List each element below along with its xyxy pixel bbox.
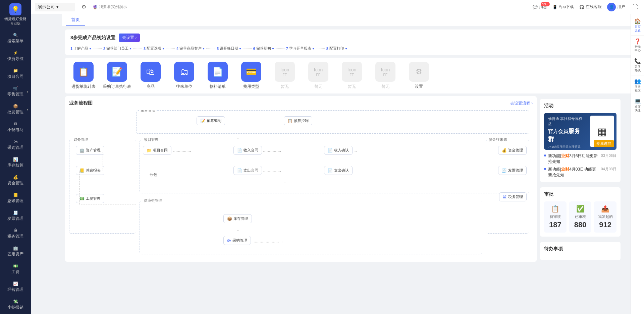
maximize-button[interactable]: ⛶ — [631, 2, 640, 12]
ledger-nav-label: 总账管理 — [7, 198, 23, 204]
sidebar-item-payroll[interactable]: 💵 工资 — [0, 260, 31, 278]
setup-step-4[interactable]: 4 完善商品客户 ● — [176, 46, 205, 51]
gongzi-label: 工资管理 — [86, 196, 101, 201]
yusuan-zhi-node[interactable]: 📝 预算编制 — [197, 116, 225, 125]
sidebar-item-expense[interactable]: 💸 小畅报销 — [0, 296, 31, 314]
tab-home[interactable]: 首页 — [66, 14, 85, 26]
sidebar-item-project[interactable]: 📁 项目合同 — [0, 65, 31, 83]
app-download-button[interactable]: 📱 App下载 — [552, 4, 574, 10]
flow-settings-link[interactable]: 去设置流程 › — [510, 101, 533, 106]
online-service-button[interactable]: 🎧 在线客服 — [579, 4, 602, 10]
fapiao-node[interactable]: 🧾 发票管理 — [498, 166, 527, 175]
flow-section: 业务流程图 去设置流程 › 预算管理 📝 预算编制 — [65, 96, 537, 262]
zijin-label: 资金管理 — [508, 148, 523, 153]
inventory-nav-label: 库存核算 — [7, 163, 23, 168]
arrow-left-1: ← — [93, 169, 97, 174]
quick-icon-shangpin[interactable]: 🛍 商品 — [136, 62, 166, 89]
setup-step-7[interactable]: 7 学习开单报表 ● — [286, 46, 314, 51]
setup-title-text: 8步完成产品初始设置 — [70, 35, 115, 41]
news-date-1: 03月06日 — [601, 153, 616, 158]
caigou-flow-label: 采购管理 — [232, 238, 247, 243]
quick-icon-feiyong[interactable]: 💳 费用类型 — [236, 62, 266, 89]
quick-icon-jinhuodan[interactable]: 📋 进货单统计表 — [68, 62, 99, 89]
right-fixed-help[interactable]: ❓ 帮助中心 — [631, 36, 644, 56]
approval-card-mine[interactable]: 📤 我发起的 912 — [594, 201, 616, 233]
shuiwu-node[interactable]: 🏛 税务管理 — [499, 192, 527, 201]
banner-join-button[interactable]: 专属进群 — [594, 140, 614, 147]
zongzhang-node[interactable]: 📒 总账报表 — [76, 166, 104, 175]
pending-label: 待审核 — [547, 214, 564, 219]
shouru-he-node[interactable]: 📄 收入合同 — [233, 146, 262, 155]
quick-icon-zanwu3[interactable]: Icon FE 暂无 — [337, 62, 367, 89]
setup-step-1[interactable]: 1 了解产品 ● — [70, 46, 91, 51]
budget-group: 预算管理 — [136, 110, 529, 134]
setup-goto-button[interactable]: 去设置 › — [119, 34, 140, 42]
project-group-label: 项目管理 — [143, 137, 160, 142]
sidebar-item-inventory[interactable]: 📊 库存核算 — [0, 154, 31, 172]
sidebar-item-ecommerce[interactable]: 🖥 小畅电商 — [0, 118, 31, 136]
setup-step-5[interactable]: 5 设开账日期 ● — [217, 46, 241, 51]
topbar-settings-button[interactable]: ⚙ — [79, 2, 89, 12]
approval-cards: 📋 待审核 187 ✅ 已审核 880 📤 我发起的 912 — [544, 201, 616, 233]
wholesale-nav-label: 批发管理 — [7, 109, 23, 115]
setup-step-8[interactable]: 8 配置打印 ● — [326, 46, 347, 51]
quick-icon-wanglai[interactable]: 🗂 往来单位 — [169, 62, 199, 89]
shouru-que-node[interactable]: 📄 收入确认 — [324, 146, 353, 155]
messages-badge: 99+ — [541, 2, 550, 6]
step3-check-icon: ● — [162, 47, 164, 50]
demo-link[interactable]: 🔮 我要看实例演示 — [93, 4, 127, 10]
sidebar-item-invoice[interactable]: 🧾 发票管理 — [0, 207, 31, 225]
todo-title: 待办事项 — [544, 246, 563, 252]
right-fixed-community[interactable]: 👥 服务社区 — [631, 75, 644, 96]
sidebar-item-purchase[interactable]: 🛍 采购管理 — [0, 136, 31, 154]
quick-icon-caigou[interactable]: 📝 采购订单执行表 — [102, 62, 132, 89]
pending-icon: 📋 — [547, 205, 564, 213]
app-download-label: App下载 — [559, 4, 574, 10]
right-fixed-home[interactable]: 🏠 首页设置 — [631, 15, 644, 36]
caigou-node[interactable]: 🛍 采购管理 — [223, 236, 251, 245]
user-avatar[interactable]: 👤 用户 — [607, 3, 625, 11]
fenbao-label: 分包 — [150, 172, 157, 177]
yusuan-kong-node[interactable]: 📋 预算控制 — [284, 116, 312, 125]
kucun-node[interactable]: 📦 库存管理 — [223, 214, 252, 223]
yusuan-kong-icon: 📋 — [287, 119, 292, 123]
right-fixed-service[interactable]: 📞 客服热线 — [631, 55, 644, 75]
xiangmu-node[interactable]: 📁 项目合同 — [143, 146, 171, 155]
topbar-right: 💬 消息 99+ 📱 App下载 🎧 在线客服 👤 用户 ⛶ — [533, 2, 640, 12]
quick-icon-zanwu2[interactable]: Icon FE 暂无 — [303, 62, 333, 89]
wanglai-icon-box: 🗂 — [174, 62, 194, 82]
quick-icon-shezhi[interactable]: ⚙ 设置 — [404, 62, 434, 89]
zichan-node[interactable]: 🏢 资产管理 — [76, 146, 104, 155]
zijin-node[interactable]: 💰 资金管理 — [498, 146, 527, 155]
quick-icon-wuliao[interactable]: 📄 物料清单 — [203, 62, 233, 89]
sidebar-item-capital[interactable]: 💰 资金管理 — [0, 172, 31, 189]
finance-vline — [103, 152, 103, 171]
sidebar-item-tax[interactable]: 🏛 税务管理 — [0, 225, 31, 243]
activity-title: 活动 — [544, 103, 553, 109]
messages-button[interactable]: 💬 消息 99+ — [533, 4, 547, 10]
right-fixed-desktop[interactable]: 💻 桌面快捷 — [631, 95, 644, 115]
approval-card-done[interactable]: ✅ 已审核 880 — [569, 201, 592, 233]
sidebar-item-wholesale[interactable]: 📦 批发管理 ▼ — [0, 101, 31, 118]
sidebar-item-sales[interactable]: 🛒 零售管理 ▼ — [0, 83, 31, 101]
quick-icon-zanwu4[interactable]: Icon FE 暂无 — [370, 62, 400, 89]
sidebar-item-operation[interactable]: 📈 经营管理 — [0, 278, 31, 296]
sidebar-item-ledger[interactable]: 📒 总账管理 — [0, 189, 31, 207]
budget-group-label: 预算管理 — [139, 110, 157, 113]
zhichu-he-node[interactable]: 📄 支出合同 — [233, 166, 262, 175]
mine-icon: 📤 — [597, 205, 614, 213]
company-selector[interactable]: 演示公司 ▾ — [35, 3, 75, 11]
setup-step-3[interactable]: 3 配置选项 ● — [144, 46, 164, 51]
gongzi-icon: 💵 — [79, 196, 85, 201]
quick-icon-zanwu1[interactable]: Icon FE 暂无 — [270, 62, 300, 89]
app-download-icon: 📱 — [552, 5, 557, 9]
sidebar-item-search[interactable]: 🔍 搜索菜单 — [0, 29, 31, 47]
zhichu-que-node[interactable]: 📄 支出确认 — [324, 166, 353, 175]
gongzi-node[interactable]: 💵 工资管理 — [76, 194, 104, 203]
setup-step-6[interactable]: 6 完善期初 ● — [253, 46, 274, 51]
sidebar-item-assets[interactable]: 🏢 固定资产 — [0, 243, 31, 260]
mine-label: 我发起的 — [597, 214, 614, 219]
approval-card-pending[interactable]: 📋 待审核 187 — [544, 201, 567, 233]
sidebar-item-quick[interactable]: ⚡ 快捷导航 — [0, 47, 31, 65]
setup-step-2[interactable]: 2 完善部门员工 ● — [103, 46, 131, 51]
